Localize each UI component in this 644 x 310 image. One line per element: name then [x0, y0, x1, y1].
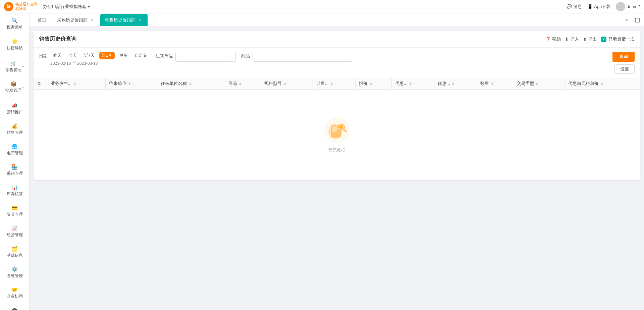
svg-rect-1 [635, 18, 639, 22]
goods-input[interactable]: ... [253, 52, 353, 62]
chevron-up-icon: ▴ [22, 85, 24, 89]
sidebar-item-ops[interactable]: 📈 经营管理 [0, 221, 29, 242]
svg-rect-6 [332, 128, 339, 130]
message-button[interactable]: 💬 消息 [567, 4, 582, 10]
sort-icons [74, 82, 76, 85]
sort-icons-10 [491, 82, 493, 85]
date-btn-7days[interactable]: 近7天 [81, 52, 98, 59]
page-header: 销售历史价查询 ❓ 帮助 ⬇ 导入 ⬆ 导出 [34, 31, 640, 48]
sidebar-item-guide[interactable]: 🎓 新手引导 [0, 303, 29, 310]
table-header: ⚙ 业务发生... 往来单位 [34, 78, 640, 90]
data-table: ⚙ 业务发生... 往来单位 [34, 78, 640, 90]
export-icon: ⬆ [583, 37, 587, 42]
date-btn-yesterday[interactable]: 昨天 [50, 52, 64, 59]
page-header-actions: ❓ 帮助 ⬇ 导入 ⬆ 导出 只看最后一次 [545, 36, 635, 42]
sidebar-item-search[interactable]: 🔍 搜索菜单 [0, 13, 29, 34]
tab-bar: 首页 采购历史价跟踪 × 销售历史价跟踪 × × [30, 13, 644, 27]
date-btn-today[interactable]: 今天 [66, 52, 80, 59]
sidebar-item-retail[interactable]: 🛒 零售管理 ▾ [0, 56, 29, 77]
phone-icon: 📱 [587, 4, 593, 9]
date-range: 2023-02-18 至 2023-03-18 [50, 61, 150, 66]
sidebar-item-system[interactable]: ⚙️ 系统管理 [0, 262, 29, 283]
close-window-button[interactable]: × [623, 16, 631, 24]
sidebar-item-base[interactable]: 🗂️ 基础信息 [0, 242, 29, 262]
th-discount1[interactable]: 优惠... [391, 78, 434, 90]
date-filter: 昨天 今天 近7天 近1月 更多 自定义 2023-02-18 至 2023-0… [50, 52, 150, 66]
th-trade-type[interactable]: 交易类型 [513, 78, 565, 90]
content-area: 首页 采购历史价跟踪 × 销售历史价跟踪 × × 销售历史价 [30, 13, 644, 310]
svg-rect-5 [332, 126, 338, 127]
tab-actions: × [623, 16, 641, 24]
th-pre-tax-price[interactable]: 优惠前无税单价 [565, 78, 640, 90]
th-spec[interactable]: 规格型号 [261, 78, 313, 90]
import-button[interactable]: ⬇ 导入 [565, 36, 579, 42]
table-header-row: ⚙ 业务发生... 往来单位 [34, 78, 640, 90]
svg-point-0 [619, 3, 623, 7]
chevron-down-icon: ▾ [22, 65, 24, 68]
sort-icons-3 [189, 82, 191, 85]
app-download-button[interactable]: 📱 App下载 [587, 4, 610, 10]
sidebar-item-ecom[interactable]: 🌐 电商管理 [0, 140, 29, 160]
th-quote[interactable]: 报价 [356, 78, 392, 90]
query-button[interactable]: 查询 [612, 52, 635, 62]
partner-filter-group: 往来单位 ... [155, 52, 236, 62]
avatar [616, 2, 625, 11]
tab-close-sales[interactable]: × [138, 17, 143, 23]
goods-dots: ... [347, 54, 351, 59]
tab-purchase-history[interactable]: 采购历史价跟踪 × [52, 14, 100, 26]
date-btn-1month[interactable]: 近1月 [99, 52, 115, 59]
th-goods[interactable]: 商品 [225, 78, 261, 90]
main-layout: 🔍 搜索菜单 ⭐ 快捷导航 🛒 零售管理 ▾ 📦 批发管理 ▴ 📣 营销推广 [0, 13, 644, 310]
partner-dots: ... [229, 54, 233, 59]
th-partner-code[interactable]: 往来单位 [105, 78, 157, 90]
sidebar-item-wholesale[interactable]: 📦 批发管理 ▴ [0, 77, 29, 97]
export-button[interactable]: ⬆ 导出 [583, 36, 597, 42]
logo-text: 畅捷通好生意 标准版 [15, 2, 38, 11]
tab-home[interactable]: 首页 [32, 14, 52, 26]
th-partner-name[interactable]: 往来单位名称 [157, 78, 225, 90]
date-btn-custom[interactable]: 自定义 [132, 52, 150, 59]
gear-icon[interactable]: ⚙ [37, 81, 41, 86]
help-button[interactable]: ❓ 帮助 [545, 36, 561, 42]
th-settings: ⚙ [34, 78, 47, 90]
tab-close-purchase[interactable]: × [90, 17, 95, 23]
th-quantity[interactable]: 数量 [477, 78, 513, 90]
import-icon: ⬇ [565, 37, 569, 42]
table-area: ⚙ 业务发生... 往来单位 [34, 78, 640, 180]
page-title: 销售历史价查询 [39, 36, 76, 43]
tab-sales-history[interactable]: 销售历史价跟踪 × [100, 14, 148, 26]
empty-text: 暂无数据 [328, 147, 345, 153]
date-filter-group: 日期 昨天 今天 近7天 近1月 更多 自定义 2023-02-18 至 202… [39, 52, 150, 66]
th-unit[interactable]: 计量... [313, 78, 355, 90]
partner-input[interactable]: ... [175, 52, 236, 62]
sort-icons-5 [284, 82, 286, 85]
logo-area: 好 畅捷通好生意 标准版 [4, 2, 38, 11]
sort-icons-2 [128, 82, 130, 85]
only-last-checkbox[interactable]: 只看最后一次 [601, 36, 635, 42]
app-selector[interactable]: 办公用品行业模拟账套 ▾ [40, 2, 93, 11]
th-discount2[interactable]: 优惠... [434, 78, 477, 90]
help-icon: ❓ [545, 37, 551, 42]
user-profile[interactable]: demo2 [616, 2, 640, 11]
sidebar-item-inventory[interactable]: 📊 库存核算 [0, 180, 29, 201]
sidebar-item-finance[interactable]: 💳 资金管理 [0, 201, 29, 221]
date-buttons: 昨天 今天 近7天 近1月 更多 自定义 [50, 52, 150, 59]
date-btn-more[interactable]: 更多 [116, 52, 130, 59]
page-content: 销售历史价查询 ❓ 帮助 ⬇ 导入 ⬆ 导出 [30, 27, 644, 310]
sidebar-item-sales[interactable]: 💰 销售管理 [0, 119, 29, 140]
th-business-date[interactable]: 业务发生... [47, 78, 105, 90]
top-bar-right: 💬 消息 📱 App下载 demo2 [567, 2, 640, 11]
maximize-window-button[interactable] [633, 16, 641, 24]
sidebar-item-purchase[interactable]: 🏪 采购管理 [0, 160, 29, 180]
date-label: 日期 [39, 52, 48, 59]
sort-icons-8 [410, 82, 412, 85]
settings-button[interactable]: 设置 [614, 64, 635, 74]
sidebar-item-enterprise[interactable]: 🤝 企业协同 [0, 283, 29, 303]
goods-label: 商品 [241, 52, 250, 59]
sidebar-item-shortcut[interactable]: ⭐ 快捷导航 [0, 34, 29, 55]
top-bar: 好 畅捷通好生意 标准版 办公用品行业模拟账套 ▾ 💬 消息 📱 App下载 d… [0, 0, 644, 13]
svg-rect-7 [332, 131, 337, 132]
sort-icons-9 [452, 82, 454, 85]
top-bar-left: 好 畅捷通好生意 标准版 办公用品行业模拟账套 ▾ [4, 2, 93, 11]
sidebar-item-marketing[interactable]: 📣 营销推广 [0, 99, 29, 119]
